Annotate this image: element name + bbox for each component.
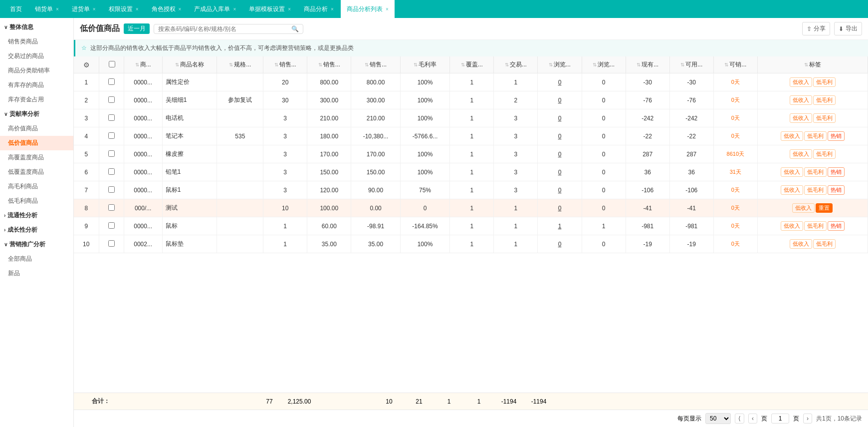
sidebar-item-交易过的商品[interactable]: 交易过的商品 [0,49,73,63]
prev-page-button[interactable]: ‹ [748,414,757,424]
spec-cell [217,145,263,163]
sidebar-item-全部商品[interactable]: 全部商品 [0,252,73,266]
sidebar-item-高覆盖度商品[interactable]: 高覆盖度商品 [0,150,73,165]
code-col-header[interactable]: 商... [124,56,162,73]
current-stock-col-header[interactable]: 现有... [626,56,669,73]
nav-item-进货单[interactable]: 进货单× [66,0,102,18]
transactions-col-header[interactable]: 交易... [494,56,538,73]
nav-item-单据模板设置[interactable]: 单据模板设置× [243,0,297,18]
amount-cell: 120.00 [307,181,351,199]
close-icon[interactable]: × [179,6,182,12]
sidebar-item-商品分类助销率[interactable]: 商品分类助销率 [0,63,73,78]
settings-cell: 5 [74,145,99,163]
nav-item-产成品入库单[interactable]: 产成品入库单× [188,0,242,18]
sidebar-item-低毛利商品[interactable]: 低毛利商品 [0,194,73,208]
table-row: 1 0000... 属性定价 20 800.00 800.00 100% 1 1… [74,73,868,91]
nav-item-商品分析[interactable]: 商品分析× [298,0,340,18]
spec-cell [217,217,263,235]
views1-value[interactable]: 0 [558,241,562,248]
sidebar-item-有库存的商品[interactable]: 有库存的商品 [0,78,73,92]
views1-value[interactable]: 0 [558,187,562,194]
coverage-col-header[interactable]: 覆盖... [450,56,494,73]
gross-margin-col-header[interactable]: 毛利率 [400,56,449,73]
views1-value[interactable]: 0 [558,115,562,122]
views1-value[interactable]: 0 [558,79,562,86]
amount-cell: 800.00 [307,73,351,91]
sidebar-section-整体信息[interactable]: ∨整体信息 [0,20,73,34]
sidebar-item-高毛利商品[interactable]: 高毛利商品 [0,179,73,194]
s-stock: -1194 [494,398,524,405]
close-icon[interactable]: × [331,6,334,12]
profit-cell: 35.00 [351,235,400,253]
available-col-header[interactable]: 可用... [669,56,713,73]
tags-col-header[interactable]: 标签 [757,56,868,73]
page-number-input[interactable] [771,414,789,424]
share-button[interactable]: ⇧ 分享 [802,22,830,35]
days-badge: 0天 [731,223,740,229]
row-checkbox[interactable] [108,240,115,247]
row-checkbox[interactable] [108,96,115,103]
row-checkbox[interactable] [108,168,115,175]
views1-value[interactable]: 0 [558,151,562,158]
nav-item-首页[interactable]: 首页 [4,0,28,18]
close-icon[interactable]: × [136,6,139,12]
nav-item-商品分析列表[interactable]: 商品分析列表× [341,0,395,18]
sidebar-section-贡献率分析[interactable]: ∨贡献率分析 [0,107,73,121]
row-checkbox[interactable] [108,114,115,121]
sidebar-item-高价值商品[interactable]: 高价值商品 [0,121,73,136]
name-cell: 鼠标垫 [162,235,217,253]
available-cell: 287 [669,145,713,163]
close-icon[interactable]: × [288,6,291,12]
sidebar-section-流通性分析[interactable]: ›流通性分析 [0,208,73,223]
name-cell: 铅笔1 [162,163,217,181]
views1-value[interactable]: 0 [558,133,562,140]
close-icon[interactable]: × [93,6,96,12]
row-checkbox[interactable] [108,78,115,85]
sidebar-item-低价值商品[interactable]: 低价值商品 [0,136,73,150]
sidebar-item-销售类商品[interactable]: 销售类商品 [0,34,73,49]
filter-tag[interactable]: 近一月 [124,23,150,34]
row-checkbox[interactable] [108,186,115,193]
margin-cell: 100% [400,91,449,109]
sidebar-item-库存资金占用[interactable]: 库存资金占用 [0,92,73,107]
row-checkbox[interactable] [108,222,115,229]
sidebar-item-新品[interactable]: 新品 [0,266,73,281]
sales-qty-col-header[interactable]: 销售... [263,56,307,73]
nav-item-角色授权[interactable]: 角色授权× [146,0,188,18]
name-col-header[interactable]: 商品名称 [162,56,217,73]
sidebar-item-低覆盖度商品[interactable]: 低覆盖度商品 [0,165,73,179]
spec-col-header[interactable]: 规格... [217,56,263,73]
export-button[interactable]: ⬇ 导出 [834,22,862,35]
search-icon[interactable]: 🔍 [291,25,299,32]
next-page-button[interactable]: › [803,414,812,424]
page-size-select[interactable]: 50 100 200 [705,413,731,424]
sales-amount-col-header[interactable]: 销售... [307,56,351,73]
close-icon[interactable]: × [56,6,59,12]
row-checkbox[interactable] [108,204,115,211]
close-icon[interactable]: × [233,6,236,12]
row-checkbox[interactable] [108,150,115,157]
views1-value[interactable]: 0 [558,169,562,176]
code-cell: 0000... [124,145,162,163]
spec-cell: 535 [217,127,263,145]
s-name [180,398,224,405]
views1-value[interactable]: 0 [558,205,562,212]
views2-col-header[interactable]: 浏览... [582,56,626,73]
tag-badge: 低收入 [790,239,812,249]
close-icon[interactable]: × [386,6,389,12]
select-all-checkbox[interactable] [109,61,115,67]
nav-item-销货单[interactable]: 销货单× [29,0,65,18]
views1-col-header[interactable]: 浏览... [538,56,582,73]
sidebar-section-营销推广分析[interactable]: ∨营销推广分析 [0,237,73,252]
views1-value[interactable]: 0 [558,97,562,104]
views1-value[interactable]: 1 [558,223,562,230]
settings-icon[interactable]: ⚙ [83,61,90,69]
nav-item-权限设置[interactable]: 权限设置× [103,0,145,18]
settings-cell: 7 [74,181,99,199]
sidebar-section-成长性分析[interactable]: ›成长性分析 [0,223,73,237]
search-input[interactable] [158,25,289,32]
first-page-button[interactable]: ⟨ [735,414,744,424]
sellable-col-header[interactable]: 可销... [713,56,757,73]
row-checkbox[interactable] [108,132,115,139]
sales-profit-col-header[interactable]: 销售... [351,56,400,73]
